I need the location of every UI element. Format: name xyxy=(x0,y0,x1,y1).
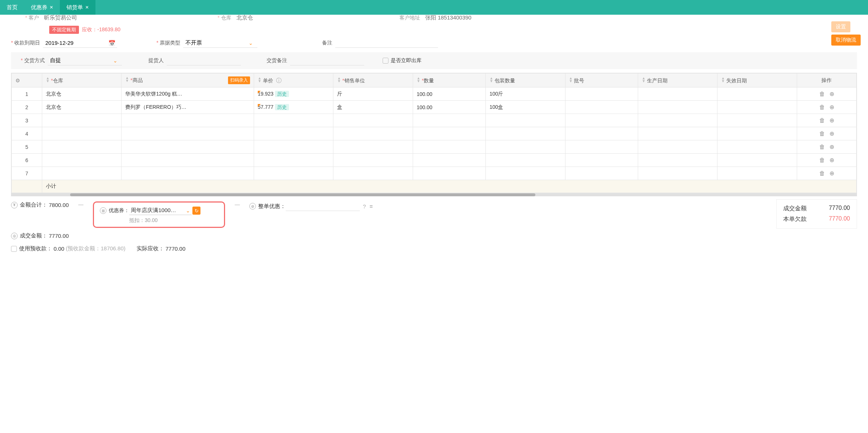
add-row-icon[interactable]: ⊕ xyxy=(829,104,834,110)
totals-panel: 成交金额7770.00 本单欠款7770.00 xyxy=(776,199,857,229)
bill-type-label: 票据类型 xyxy=(152,40,180,46)
items-table: ⚙ ▲▼*仓库 ▲▼*商品扫码录入 ▲▼单价ⓘ ▲▼*销售单位 ▲▼*数量 ▲▼… xyxy=(11,73,857,193)
out-now-checkbox[interactable] xyxy=(383,58,388,64)
tab-coupon[interactable]: 优惠券✕ xyxy=(24,0,60,15)
col-unit[interactable]: ▲▼*销售单位 xyxy=(333,74,413,87)
payment-date-label: 收款到期日 xyxy=(11,40,40,46)
table-row[interactable]: 3 🗑 ⊕ xyxy=(12,114,857,127)
delivery-note-label: 交货备注 xyxy=(259,57,287,64)
delivery-method-select[interactable] xyxy=(48,56,122,65)
add-row-icon[interactable]: ⊕ xyxy=(829,117,834,124)
currency-icon: ¥ xyxy=(11,202,18,208)
history-tag[interactable]: 历史 xyxy=(275,104,289,110)
tab-sales-order[interactable]: 销货单✕ xyxy=(60,0,95,15)
customer-label: 客户 xyxy=(11,15,39,21)
add-row-icon[interactable]: ⊕ xyxy=(829,130,834,137)
delete-icon[interactable]: 🗑 xyxy=(819,91,825,97)
help-icon[interactable]: ? xyxy=(363,203,366,210)
delete-icon[interactable]: 🗑 xyxy=(819,144,825,150)
history-tag[interactable]: 历史 xyxy=(275,91,289,97)
table-row[interactable]: 4 🗑 ⊕ xyxy=(12,127,857,140)
warehouse-input[interactable] xyxy=(234,15,337,21)
remark-input[interactable] xyxy=(335,38,438,48)
col-packqty[interactable]: ▲▼包装数量 xyxy=(486,74,565,87)
calendar-icon[interactable]: 📅 xyxy=(108,40,116,47)
bill-type-select[interactable] xyxy=(183,38,257,48)
col-expdate[interactable]: ▲▼失效日期 xyxy=(717,74,797,87)
table-row[interactable]: 2 北京仓 费列罗（FERRERO）巧… 57.777历史 盒 100.00 1… xyxy=(12,101,857,114)
coupon-icon: ⊞ xyxy=(100,207,106,214)
customer-input[interactable] xyxy=(42,15,145,21)
chevron-down-icon[interactable]: ⌄ xyxy=(186,208,190,214)
col-product[interactable]: ▲▼*商品扫码录入 xyxy=(122,74,254,87)
refresh-coupon-button[interactable]: ↻ xyxy=(192,207,200,215)
gear-icon[interactable]: ⚙ xyxy=(15,78,20,83)
col-settings[interactable]: ⚙ xyxy=(12,74,42,87)
delete-icon[interactable]: 🗑 xyxy=(819,157,825,163)
add-row-icon[interactable]: ⊕ xyxy=(829,91,834,97)
equals-icon: = xyxy=(370,203,373,210)
delete-icon[interactable]: 🗑 xyxy=(819,170,825,176)
payment-date-input[interactable] xyxy=(43,38,117,48)
table-row[interactable]: 1 北京仓 华美华夫软饼1200g 糕… 19.923历史 斤 100.00 1… xyxy=(12,87,857,101)
add-row-icon[interactable]: ⊕ xyxy=(829,157,834,163)
summary-bar: ¥ 金额合计： 7800.00 — ⊞ 优惠券： 周年店庆满1000… ⌄ ↻ … xyxy=(0,196,868,230)
address-label: 客户地址 xyxy=(392,15,420,21)
delivery-note-input[interactable] xyxy=(290,56,364,65)
address-input[interactable] xyxy=(423,15,526,21)
out-now-label: 是否立即出库 xyxy=(391,57,422,64)
delete-icon[interactable]: 🗑 xyxy=(819,130,825,137)
coupon-select[interactable]: 周年店庆满1000… xyxy=(129,206,192,215)
billing-period-badge: 不固定账期 xyxy=(49,26,79,34)
col-proddate[interactable]: ▲▼生产日期 xyxy=(638,74,717,87)
table-row[interactable]: 7 🗑 ⊕ xyxy=(12,167,857,180)
delete-icon[interactable]: 🗑 xyxy=(819,104,825,110)
order-discount-input[interactable] xyxy=(286,201,360,211)
horizontal-scrollbar[interactable] xyxy=(11,193,857,196)
col-warehouse[interactable]: ▲▼*仓库 xyxy=(42,74,121,87)
picker-input[interactable] xyxy=(167,56,241,65)
warehouse-label: 仓库 xyxy=(203,15,231,21)
delivery-method-label: 交货方式 xyxy=(17,57,45,64)
col-qty[interactable]: ▲▼*数量 xyxy=(413,74,485,87)
tab-home[interactable]: 首页 xyxy=(0,0,24,15)
col-batch[interactable]: ▲▼批号 xyxy=(565,74,638,87)
close-icon[interactable]: ✕ xyxy=(50,5,53,10)
tab-bar: 首页 优惠券✕ 销货单✕ xyxy=(0,0,868,15)
chevron-down-icon[interactable]: ⌄ xyxy=(249,40,253,46)
settings-button[interactable]: 设置 xyxy=(831,21,850,32)
close-icon[interactable]: ✕ xyxy=(85,5,89,10)
col-op: 操作 xyxy=(797,74,856,87)
remark-label: 备注 xyxy=(304,40,332,46)
scan-input-button[interactable]: 扫码录入 xyxy=(228,76,250,84)
discount-icon: ⊘ xyxy=(249,203,256,210)
add-row-icon[interactable]: ⊕ xyxy=(829,144,834,150)
col-price[interactable]: ▲▼单价ⓘ xyxy=(254,74,333,87)
table-row[interactable]: 5 🗑 ⊕ xyxy=(12,140,857,154)
add-row-icon[interactable]: ⊕ xyxy=(829,170,834,176)
use-prepay-checkbox[interactable] xyxy=(11,246,17,252)
delivery-bar: 交货方式 ⌄ 提货人 交货备注 是否立即出库 xyxy=(11,52,857,69)
picker-label: 提货人 xyxy=(136,57,164,64)
cancel-logistics-button[interactable]: 取消物流 xyxy=(831,35,861,46)
chevron-down-icon[interactable]: ⌄ xyxy=(113,58,117,64)
table-row[interactable]: 6 🗑 ⊕ xyxy=(12,154,857,167)
coupon-highlight-box: ⊞ 优惠券： 周年店庆满1000… ⌄ ↻ 抵扣：30.00 xyxy=(93,201,225,228)
deal-icon: ◎ xyxy=(11,233,18,239)
subtotal-row: 小计 xyxy=(42,180,856,193)
form-area: 客户 仓库 客户地址 设置 取消物流 不固定账期 应收：-18639.80 收款… xyxy=(0,15,868,48)
help-icon[interactable]: ⓘ xyxy=(276,77,282,83)
delete-icon[interactable]: 🗑 xyxy=(819,117,825,124)
